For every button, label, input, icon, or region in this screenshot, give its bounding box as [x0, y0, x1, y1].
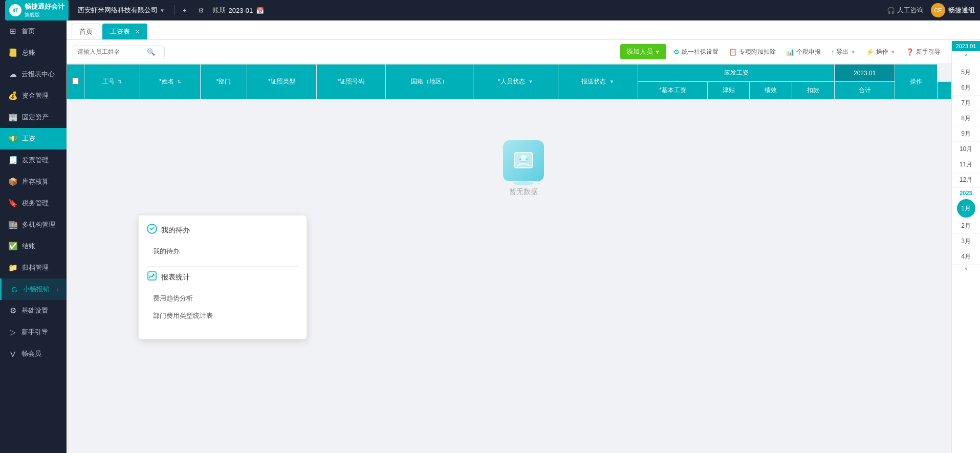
tab-home-label: 首页 — [79, 28, 93, 35]
guide-icon: ▷ — [8, 328, 17, 337]
report-section-icon — [147, 271, 157, 284]
date-month-10[interactable]: 10月 — [952, 142, 980, 157]
search-icon[interactable]: 🔍 — [147, 48, 155, 56]
operation-icon: ⚡ — [866, 48, 874, 56]
date-year-2023: 2023 — [957, 188, 974, 198]
sidebar-label-home: 首页 — [21, 27, 35, 36]
filter-report-status-icon[interactable]: ▼ — [609, 79, 615, 84]
date-month-8[interactable]: 8月 — [952, 111, 980, 126]
company-selector[interactable]: 西安虾米网络科技有限公司 ▼ — [74, 0, 169, 20]
sidebar-item-multi-org[interactable]: 🏬 多机构管理 — [0, 214, 67, 235]
user-area[interactable]: CE 畅捷通组 — [931, 3, 975, 17]
sidebar-label-basic: 基础设置 — [21, 306, 48, 315]
tab-close-icon[interactable]: ✕ — [135, 29, 140, 35]
sidebar-item-archive[interactable]: 📁 归档管理 — [0, 257, 67, 278]
sidebar-item-ledger[interactable]: 📒 总账 — [0, 42, 67, 63]
company-name: 西安虾米网络科技有限公司 — [78, 6, 158, 15]
popup-menu: 我的待办 我的待办 报表统计 费用趋势分析 部门费用类型统计表 — [138, 215, 307, 339]
top-right: 🎧 人工咨询 CE 畅捷通组 — [887, 3, 975, 17]
date-panel-down-nav[interactable]: ˅ — [962, 265, 970, 278]
popup-todo-header: 我的待办 — [147, 224, 298, 236]
ledger-icon: 📒 — [8, 48, 18, 57]
sidebar-item-guide[interactable]: ▷ 新手引导 — [0, 321, 67, 343]
special-deduction-action[interactable]: 📋 专项附加扣除 — [726, 46, 779, 58]
date-month-1-current[interactable]: 1月 — [957, 199, 975, 218]
sidebar-item-tax[interactable]: 🔖 税务管理 — [0, 192, 67, 214]
basic-icon: ⚙ — [8, 306, 17, 315]
sidebar-item-home[interactable]: ⊞ 首页 — [0, 20, 67, 42]
sidebar-label-guide: 新手引导 — [21, 328, 48, 337]
th-performance: 绩效 — [750, 82, 792, 99]
sidebar-label-tax: 税务管理 — [22, 199, 49, 208]
sidebar-label-invoice: 发票管理 — [22, 156, 49, 165]
add-person-label: 添加人员 — [626, 47, 653, 56]
main-content: 首页 工资表 ✕ 🔍 添加人员 ▼ ⚙ 统一社保设置 📋 专项附加扣除 — [67, 20, 980, 453]
sidebar-item-member[interactable]: V 畅会员 — [0, 343, 67, 364]
date-panel-up-nav[interactable]: ˄ — [962, 51, 970, 65]
popup-item-my-todo[interactable]: 我的待办 — [147, 243, 298, 260]
tax-report-action[interactable]: 📊 个税申报 — [783, 46, 824, 58]
date-month-9[interactable]: 9月 — [952, 126, 980, 142]
date-month-6[interactable]: 6月 — [952, 80, 980, 96]
sidebar-item-fund[interactable]: 💰 资金管理 — [0, 85, 67, 106]
social-security-icon: ⚙ — [673, 48, 680, 56]
date-month-7[interactable]: 7月 — [952, 96, 980, 111]
sidebar-label-salary: 工资 — [22, 134, 35, 143]
new-guide-label: 新手引导 — [916, 48, 941, 56]
customer-service-btn[interactable]: 🎧 人工咨询 — [887, 6, 924, 15]
date-month-2[interactable]: 2月 — [952, 219, 980, 234]
sidebar-item-invoice[interactable]: 🧾 发票管理 — [0, 149, 67, 171]
logo-icon: 好 — [9, 4, 21, 16]
date-month-11[interactable]: 11月 — [952, 157, 980, 172]
sidebar-item-inventory[interactable]: 📦 库存核算 — [0, 171, 67, 192]
th-id-type: *证照类型 — [247, 64, 316, 99]
th-id-number: *证照号码 — [316, 64, 385, 99]
sidebar-item-xiaochang[interactable]: G 小畅报销 ‹ — [0, 278, 67, 300]
invoice-icon: 🧾 — [8, 156, 18, 165]
search-input[interactable] — [77, 48, 144, 55]
sidebar-item-cloud-report[interactable]: ☁ 云报表中心 — [0, 63, 67, 85]
add-person-button[interactable]: 添加人员 ▼ — [620, 44, 666, 59]
home-icon: ⊞ — [8, 27, 17, 36]
logo-area: 好 畅捷通好会计 旗舰版 — [5, 0, 69, 20]
tab-salary-label: 工资表 — [110, 28, 130, 35]
sort-job-number-icon[interactable]: ⇅ — [118, 79, 122, 84]
xiaochang-icon: G — [10, 285, 19, 294]
filter-person-status-icon[interactable]: ▼ — [528, 79, 533, 84]
date-month-12[interactable]: 12月 — [952, 172, 980, 188]
sidebar-item-fixed-assets[interactable]: 🏢 固定资产 — [0, 106, 67, 128]
add-top-btn[interactable]: + — [180, 7, 190, 14]
svg-point-2 — [519, 158, 521, 160]
popup-report-header: 报表统计 — [147, 271, 298, 284]
tab-home[interactable]: 首页 — [72, 24, 100, 39]
export-action[interactable]: ↑ 导出 ▼ — [828, 46, 859, 58]
popup-item-expense-trend[interactable]: 费用趋势分析 — [147, 290, 298, 307]
period-value: 2023-01 — [229, 7, 253, 14]
popup-report-title: 报表统计 — [161, 273, 190, 282]
th-nationality: 国籍（地区） — [386, 64, 473, 99]
th-operation: 操作 — [895, 64, 938, 99]
social-security-action[interactable]: ⚙ 统一社保设置 — [670, 46, 722, 58]
sidebar-item-salary[interactable]: 💵 工资 — [0, 128, 67, 149]
sidebar-item-basic[interactable]: ⚙ 基础设置 — [0, 300, 67, 321]
tax-report-label: 个税申报 — [796, 48, 821, 56]
sidebar-item-closing[interactable]: ✅ 结账 — [0, 235, 67, 257]
settings-top-btn[interactable]: ⚙ — [195, 7, 207, 14]
new-guide-action[interactable]: ❓ 新手引导 — [903, 46, 944, 58]
svg-point-1 — [520, 155, 527, 161]
add-person-arrow: ▼ — [655, 49, 660, 55]
fund-icon: 💰 — [8, 91, 18, 100]
calendar-icon[interactable]: 📅 — [256, 7, 264, 14]
date-month-5[interactable]: 5月 — [952, 65, 980, 80]
inventory-icon: 📦 — [8, 177, 18, 186]
th-name: *姓名 ⇅ — [140, 64, 201, 99]
select-all-checkbox[interactable] — [72, 78, 79, 84]
tab-bar: 首页 工资表 ✕ — [67, 20, 980, 40]
date-month-4[interactable]: 4月 — [952, 249, 980, 265]
popup-item-dept-expense[interactable]: 部门费用类型统计表 — [147, 307, 298, 325]
sort-name-icon[interactable]: ⇅ — [177, 79, 181, 84]
operation-action[interactable]: ⚡ 操作 ▼ — [863, 46, 899, 58]
member-icon: V — [8, 350, 17, 358]
tab-salary-table[interactable]: 工资表 ✕ — [102, 24, 147, 39]
date-month-3[interactable]: 3月 — [952, 234, 980, 249]
